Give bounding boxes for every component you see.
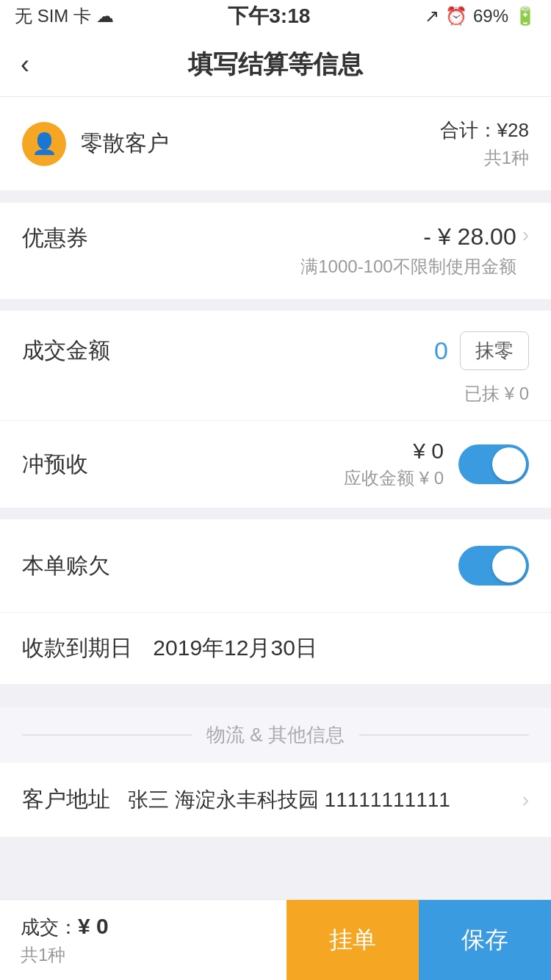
coupon-right: - ¥ 28.00 满1000-100不限制使用金额 xyxy=(300,223,516,278)
coupon-row[interactable]: 优惠券 - ¥ 28.00 满1000-100不限制使用金额 › xyxy=(0,202,551,299)
total-label: 合计：¥28 xyxy=(440,118,529,143)
prepay-label: 冲预收 xyxy=(22,450,88,480)
prepay-values: ¥ 0 应收金额 ¥ 0 xyxy=(344,439,444,490)
status-time: 下午3:18 xyxy=(228,2,310,30)
bottom-deal-text: 成交：¥ 0 xyxy=(21,914,266,940)
credit-section: 本单赊欠 收款到期日 2019年12月30日 xyxy=(0,519,551,684)
logistics-header: 物流 & 其他信息 xyxy=(0,707,551,763)
battery-label: 69% xyxy=(473,6,508,26)
back-button[interactable]: ‹ xyxy=(21,49,29,80)
status-right: ↗ ⏰ 69% 🔋 xyxy=(425,6,536,26)
address-chevron-icon: › xyxy=(522,788,529,812)
customer-row: 👤 零散客户 合计：¥28 共1种 xyxy=(0,97,551,190)
sim-status: 无 SIM 卡 ☁ xyxy=(15,4,114,28)
coupon-section[interactable]: 优惠券 - ¥ 28.00 满1000-100不限制使用金额 › xyxy=(0,202,551,299)
save-button[interactable]: 保存 xyxy=(419,900,551,981)
address-label: 客户地址 xyxy=(22,785,110,815)
logistics-line-right xyxy=(359,735,529,735)
amount-label: 成交金额 xyxy=(22,336,110,366)
prepay-row: 冲预收 ¥ 0 应收金额 ¥ 0 xyxy=(0,420,551,508)
prepay-toggle[interactable] xyxy=(458,444,529,484)
address-row[interactable]: 客户地址 张三 海淀永丰科技园 11111111111 › xyxy=(0,763,551,837)
bottom-bar: 成交：¥ 0 共1种 挂单 保存 xyxy=(0,899,551,980)
nav-bar: ‹ 填写结算等信息 xyxy=(0,32,551,97)
customer-name: 零散客户 xyxy=(81,129,169,159)
bottom-count: 共1种 xyxy=(21,943,266,967)
customer-right: 合计：¥28 共1种 xyxy=(440,118,529,170)
total-count: 共1种 xyxy=(440,146,529,170)
battery-icon: 🔋 xyxy=(514,6,536,26)
customer-left: 👤 零散客户 xyxy=(22,122,169,166)
avatar: 👤 xyxy=(22,122,66,166)
credit-toggle[interactable] xyxy=(458,546,529,586)
alarm-icon: ⏰ xyxy=(445,6,467,26)
amount-right: 0 抹零 xyxy=(434,331,529,370)
pending-button[interactable]: 挂单 xyxy=(287,900,419,981)
address-value: 张三 海淀永丰科技园 11111111111 xyxy=(128,786,516,814)
credit-label: 本单赊欠 xyxy=(22,551,110,581)
page-title: 填写结算等信息 xyxy=(188,48,363,82)
coupon-chevron-icon: › xyxy=(522,223,529,247)
status-bar: 无 SIM 卡 ☁ 下午3:18 ↗ ⏰ 69% 🔋 xyxy=(0,0,551,32)
due-date-label: 收款到期日 xyxy=(22,635,132,660)
logistics-line-left xyxy=(22,735,192,735)
prepay-sub-value: 应收金额 ¥ 0 xyxy=(344,466,444,490)
amount-row: 成交金额 0 抹零 xyxy=(0,311,551,382)
amount-sub-text: 已抹 ¥ 0 xyxy=(0,382,551,420)
section-divider xyxy=(0,696,551,707)
coupon-amount: - ¥ 28.00 xyxy=(300,223,516,251)
prepay-right: ¥ 0 应收金额 ¥ 0 xyxy=(344,439,529,490)
logistics-title: 物流 & 其他信息 xyxy=(206,722,345,748)
round-zero-button[interactable]: 抹零 xyxy=(460,331,529,370)
deal-label: 成交： xyxy=(21,916,78,938)
due-date-row: 收款到期日 2019年12月30日 xyxy=(0,612,551,684)
transaction-section: 成交金额 0 抹零 已抹 ¥ 0 冲预收 ¥ 0 应收金额 ¥ 0 xyxy=(0,311,551,508)
customer-section: 👤 零散客户 合计：¥28 共1种 xyxy=(0,97,551,190)
avatar-icon: 👤 xyxy=(32,131,57,156)
due-date-value: 2019年12月30日 xyxy=(153,635,317,660)
coupon-description: 满1000-100不限制使用金额 xyxy=(300,255,516,278)
credit-row: 本单赊欠 xyxy=(0,519,551,612)
amount-value: 0 xyxy=(434,336,448,365)
location-icon: ↗ xyxy=(425,6,439,26)
deal-value: ¥ 0 xyxy=(78,914,109,938)
prepay-main-value: ¥ 0 xyxy=(344,439,444,464)
bottom-info: 成交：¥ 0 共1种 xyxy=(0,914,287,967)
content-area: 👤 零散客户 合计：¥28 共1种 优惠券 - ¥ 28.00 满1000-10… xyxy=(0,97,551,980)
coupon-label: 优惠券 xyxy=(22,223,88,253)
status-left: 无 SIM 卡 ☁ xyxy=(15,4,114,28)
